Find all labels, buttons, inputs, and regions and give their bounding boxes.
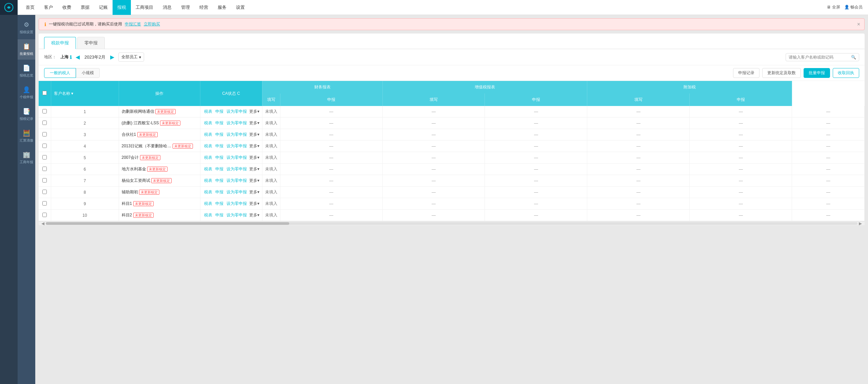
op-link-1[interactable]: 申报 [215, 121, 223, 125]
nav-tax[interactable]: 报税 [113, 0, 131, 15]
row-checkbox[interactable] [42, 155, 47, 159]
op-link-0[interactable]: 税表 [204, 121, 212, 125]
op-link-0[interactable]: 税表 [204, 144, 212, 148]
sub-nav-personal-tax[interactable]: 👤 个税申报 [18, 83, 35, 103]
op-link-2[interactable]: 设为零申报 [226, 132, 247, 137]
op-link-1[interactable]: 申报 [215, 178, 223, 183]
op-link-1[interactable]: 申报 [215, 144, 223, 148]
retrieve-receipt-btn[interactable]: 收取回执 [833, 68, 859, 78]
nav-billing[interactable]: 收费 [58, 0, 76, 15]
op-link-2[interactable]: 设为零申报 [226, 167, 247, 171]
op-link-1[interactable]: 申报 [215, 167, 223, 171]
op-more-btn[interactable]: 更多▾ [249, 155, 259, 160]
row-checkbox[interactable] [42, 178, 47, 183]
op-link-2[interactable]: 设为零申报 [226, 155, 247, 160]
bottom-scrollbar[interactable]: ◀ ▶ [39, 221, 865, 225]
op-link-1[interactable]: 申报 [215, 109, 223, 114]
row-add-rep: — [792, 152, 865, 164]
row-checkbox[interactable] [42, 167, 47, 171]
op-more-btn[interactable]: 更多▾ [249, 144, 259, 148]
row-checkbox-cell [39, 175, 51, 187]
nav-industrial[interactable]: 工商项目 [131, 0, 158, 15]
row-checkbox[interactable] [42, 190, 47, 194]
op-link-1[interactable]: 申报 [215, 213, 223, 217]
scroll-left-btn[interactable]: ◀ [40, 221, 46, 226]
op-more-btn[interactable]: 更多▾ [249, 109, 259, 114]
op-link-2[interactable]: 设为零申报 [226, 121, 247, 125]
row-fin-fill: — [280, 141, 382, 152]
nav-service[interactable]: 服务 [213, 0, 231, 15]
sub-nav-batch-tax[interactable]: 📋 批量报税 [18, 39, 35, 60]
th-financial-report: 财务报表 [262, 81, 382, 93]
scrollbar-track[interactable] [46, 222, 857, 225]
tab-zero-declaration[interactable]: 零申报 [77, 37, 105, 49]
sub-nav-settlement[interactable]: 🧮 汇算清缴 [18, 126, 35, 146]
nav-invoice[interactable]: 票据 [76, 0, 94, 15]
row-checkbox[interactable] [42, 121, 47, 125]
select-all-checkbox[interactable] [42, 91, 47, 95]
op-link-2[interactable]: 设为零申报 [226, 201, 247, 206]
row-checkbox[interactable] [42, 132, 47, 136]
row-num: 4 [51, 141, 119, 152]
op-link-0[interactable]: 税表 [204, 132, 212, 137]
op-link-2[interactable]: 设为零申报 [226, 144, 247, 148]
nav-settings[interactable]: 设置 [231, 0, 250, 15]
op-link-2[interactable]: 设为零申报 [226, 178, 247, 183]
op-more-btn[interactable]: 更多▾ [249, 167, 259, 171]
op-more-btn[interactable]: 更多▾ [249, 213, 259, 217]
dept-selector[interactable]: 全部员工 ▾ [118, 52, 144, 62]
op-link-2[interactable]: 设为零申报 [226, 213, 247, 217]
op-link-1[interactable]: 申报 [215, 201, 223, 206]
op-link-0[interactable]: 税表 [204, 167, 212, 171]
row-vat-fill: — [485, 152, 587, 164]
search-input[interactable] [789, 55, 850, 60]
op-more-btn[interactable]: 更多▾ [249, 201, 259, 206]
op-more-btn[interactable]: 更多▾ [249, 132, 259, 137]
op-more-btn[interactable]: 更多▾ [249, 121, 259, 125]
op-more-btn[interactable]: 更多▾ [249, 190, 259, 194]
op-link-0[interactable]: 税表 [204, 190, 212, 194]
op-link-0[interactable]: 税表 [204, 178, 212, 183]
nav-client[interactable]: 客户 [39, 0, 58, 15]
op-link-2[interactable]: 设为零申报 [226, 109, 247, 114]
tab-tax-declaration[interactable]: 税款申报 [44, 37, 76, 49]
op-link-2[interactable]: 设为零申报 [226, 190, 247, 194]
op-more-btn[interactable]: 更多▾ [249, 178, 259, 183]
declaration-record-btn[interactable]: 申报记录 [733, 68, 760, 78]
prev-month-btn[interactable]: ◀ [76, 54, 80, 60]
row-vat-rep: — [587, 198, 690, 210]
nav-message[interactable]: 消息 [158, 0, 176, 15]
update-stats-btn[interactable]: 更新统定及取数 [762, 68, 801, 78]
nav-operation[interactable]: 经营 [195, 0, 213, 15]
tab-small-scale[interactable]: 小规模 [76, 68, 100, 78]
sub-nav-annual-report[interactable]: 🏢 工商年报 [18, 148, 35, 168]
scroll-right-btn[interactable]: ▶ [857, 221, 863, 226]
member-btn[interactable]: 👤 畅会员 [844, 4, 863, 10]
search-icon[interactable]: 🔍 [851, 55, 856, 60]
op-link-1[interactable]: 申报 [215, 155, 223, 160]
sub-nav-tax-overview[interactable]: 📄 报税总览 [18, 61, 35, 81]
nav-bookkeeping[interactable]: 记账 [94, 0, 113, 15]
row-vat-rep: — [587, 106, 690, 118]
op-link-0[interactable]: 税表 [204, 201, 212, 206]
alert-close-btn[interactable]: × [857, 21, 860, 27]
row-checkbox[interactable] [42, 144, 47, 148]
next-month-btn[interactable]: ▶ [110, 54, 114, 60]
row-checkbox[interactable] [42, 201, 47, 206]
fullscreen-btn[interactable]: 🖥 全屏 [827, 4, 840, 10]
batch-declare-btn[interactable]: 批量申报 [804, 68, 830, 78]
alert-link-buy[interactable]: 立即购买 [144, 21, 160, 27]
nav-home[interactable]: 首页 [21, 0, 39, 15]
op-link-0[interactable]: 税表 [204, 109, 212, 114]
sub-nav-tax-settings[interactable]: ⚙ 报税设置 [18, 18, 35, 38]
row-checkbox[interactable] [42, 109, 47, 113]
op-link-1[interactable]: 申报 [215, 132, 223, 137]
nav-management[interactable]: 管理 [176, 0, 195, 15]
tab-general-taxpayer[interactable]: 一般的税人 [44, 68, 76, 78]
row-checkbox[interactable] [42, 213, 47, 217]
op-link-0[interactable]: 税表 [204, 155, 212, 160]
op-link-0[interactable]: 税表 [204, 213, 212, 217]
op-link-1[interactable]: 申报 [215, 190, 223, 194]
sub-nav-tax-records[interactable]: 📑 报税记录 [18, 104, 35, 125]
alert-link-declaration[interactable]: 申报汇签 [125, 21, 141, 27]
